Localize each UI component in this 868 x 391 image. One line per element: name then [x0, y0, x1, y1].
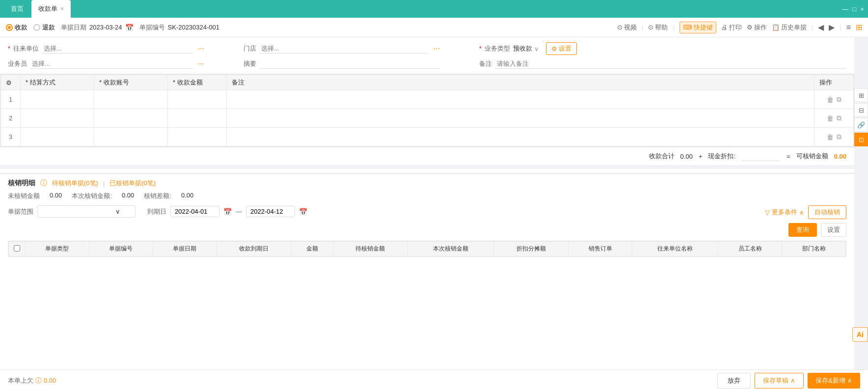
- save-draft-btn[interactable]: 保存草稿 ∧: [755, 373, 804, 389]
- row3-ops: 🗑 ⧉: [814, 128, 854, 146]
- bottom-info-value: 0.00: [44, 377, 56, 384]
- tab-home[interactable]: 首页: [4, 0, 30, 18]
- form-row-1: * 往来单位 ··· 门店 ··· * 业务类型: [8, 42, 846, 55]
- sidebar-btn-2[interactable]: ⊟: [854, 103, 868, 117]
- ai-button[interactable]: Ai: [852, 327, 868, 342]
- print-action[interactable]: 🖨 打印: [721, 23, 742, 32]
- history-action[interactable]: 📋 历史单据: [772, 23, 807, 32]
- date-from-input[interactable]: [170, 206, 219, 217]
- row2-account[interactable]: [94, 109, 168, 128]
- query-btn[interactable]: 查询: [788, 223, 817, 237]
- select-all-checkbox[interactable]: [14, 245, 20, 251]
- bottom-info-icon[interactable]: ⓘ: [35, 376, 42, 385]
- history-label: 历史单据: [781, 23, 807, 32]
- row1-delete-btn[interactable]: 🗑: [827, 96, 834, 104]
- close-btn[interactable]: ×: [860, 5, 864, 13]
- verify-table-header: 单据类型 单据编号 单据日期 收款到期日 金额 待核销金额 本次核销金额 折扣分…: [9, 242, 846, 256]
- biz-type-arrow[interactable]: ∨: [534, 45, 539, 53]
- summary-input[interactable]: [259, 59, 440, 69]
- video-action[interactable]: ⊙ 视频: [617, 23, 637, 32]
- th-pending: 待核销金额: [333, 242, 407, 256]
- row3-account[interactable]: [94, 128, 168, 146]
- radio-receipt[interactable]: 收款: [6, 23, 27, 32]
- shortcut-action[interactable]: ⌨ 快捷键: [679, 22, 716, 33]
- verify-info-icon[interactable]: ⓘ: [40, 179, 47, 188]
- list-view-btn[interactable]: ≡: [846, 23, 851, 32]
- verify-header: 核销明细 ⓘ 待核销单据(0笔) | 已核销单据(0笔): [8, 179, 846, 188]
- bottom-padding: [0, 262, 854, 286]
- radio-return-label: 退款: [42, 23, 55, 32]
- operation-action[interactable]: ⚙ 操作: [747, 23, 767, 32]
- row3-delete-btn[interactable]: 🗑: [827, 133, 834, 141]
- tab-close-icon[interactable]: ×: [60, 5, 64, 12]
- row-num-2: 2: [1, 109, 21, 128]
- row2-ops: 🗑 ⧉: [814, 109, 854, 128]
- biz-type-select[interactable]: 预收款 ∨: [513, 44, 539, 53]
- remark-input[interactable]: [495, 59, 846, 69]
- row3-copy-btn[interactable]: ⧉: [837, 133, 841, 141]
- row3-payment[interactable]: [21, 128, 94, 146]
- row3-remark[interactable]: [227, 128, 814, 146]
- sales-input[interactable]: [30, 59, 193, 69]
- nav-next-btn[interactable]: ▶: [829, 23, 835, 32]
- more-conditions-btn[interactable]: ▽ 更多条件 ∧: [765, 208, 804, 217]
- diff-value: 0.00: [181, 192, 193, 200]
- table-row: 3 🗑 ⧉: [1, 128, 854, 146]
- sidebar-btn-4[interactable]: ⊡: [854, 133, 868, 146]
- ai-label: Ai: [857, 331, 864, 338]
- th-this: 本次核销金额: [408, 242, 494, 256]
- row2-payment[interactable]: [21, 109, 94, 128]
- row1-copy-btn[interactable]: ⧉: [837, 95, 841, 104]
- done-tab[interactable]: 已核销单据(0笔): [109, 179, 156, 188]
- store-more-btn[interactable]: ···: [434, 44, 440, 53]
- sales-more-btn[interactable]: ···: [198, 59, 204, 68]
- tab-receipt[interactable]: 收款单 ×: [31, 0, 71, 18]
- receipt-type-radio: 收款 退款: [6, 23, 55, 32]
- history-icon: 📋: [772, 24, 780, 31]
- discount-input[interactable]: [741, 151, 781, 161]
- date-to-input[interactable]: [246, 206, 295, 217]
- minimize-btn[interactable]: —: [842, 5, 849, 13]
- counterpart-input[interactable]: [42, 44, 193, 54]
- row1-amount[interactable]: [168, 90, 227, 109]
- row1-payment[interactable]: [21, 90, 94, 109]
- auto-verify-btn[interactable]: 自动核销: [808, 205, 846, 219]
- row1-account[interactable]: [94, 90, 168, 109]
- row2-copy-btn[interactable]: ⧉: [837, 114, 841, 122]
- window-controls: — □ ×: [842, 5, 864, 13]
- row2-amount[interactable]: [168, 109, 227, 128]
- scope-arrow-icon: ∨: [115, 208, 120, 215]
- radio-return[interactable]: 退款: [33, 23, 55, 32]
- sidebar-btn-3[interactable]: 🔗: [854, 118, 868, 132]
- row2-delete-btn[interactable]: 🗑: [827, 114, 834, 122]
- store-input[interactable]: [259, 44, 429, 54]
- row1-remark[interactable]: [227, 90, 814, 109]
- abandon-btn[interactable]: 放弃: [717, 373, 751, 389]
- scope-select[interactable]: ∨: [37, 205, 136, 218]
- sidebar-btn-1[interactable]: ⊞: [854, 88, 868, 102]
- verify-settings-btn[interactable]: 设置: [821, 223, 846, 237]
- row3-amount[interactable]: [168, 128, 227, 146]
- row2-remark[interactable]: [227, 109, 814, 128]
- net-value: 0.00: [834, 153, 846, 160]
- settings-gear-icon[interactable]: ⚙: [6, 79, 12, 86]
- date-from-calendar-icon[interactable]: 📅: [223, 208, 232, 216]
- video-icon: ⊙: [617, 24, 623, 31]
- date-separator: —: [236, 208, 242, 215]
- grid-view-btn[interactable]: ⊞: [856, 23, 862, 32]
- nav-prev-btn[interactable]: ◀: [818, 23, 824, 32]
- th-settings[interactable]: ⚙: [1, 75, 21, 90]
- maximize-btn[interactable]: □: [853, 5, 857, 13]
- counterpart-more-btn[interactable]: ···: [198, 44, 204, 53]
- date-to-calendar-icon[interactable]: 📅: [299, 208, 307, 216]
- date-calendar-icon[interactable]: 📅: [125, 24, 134, 31]
- settings-button[interactable]: ⚙ 设置: [546, 42, 577, 55]
- due-label: 到期日: [147, 207, 166, 216]
- help-action[interactable]: ⊙ 帮助: [648, 23, 668, 32]
- pending-tab[interactable]: 待核销单据(0笔): [52, 179, 98, 188]
- counterpart-label: * 往来单位: [8, 44, 39, 53]
- total-value: 0.00: [680, 153, 693, 160]
- save-new-btn[interactable]: 保存&新增 ∧: [808, 373, 860, 389]
- toolbar: 收款 退款 单据日期 2023-03-24 📅 单据编号 SK-20230324…: [0, 18, 868, 37]
- shortcut-label: 快捷键: [694, 23, 713, 32]
